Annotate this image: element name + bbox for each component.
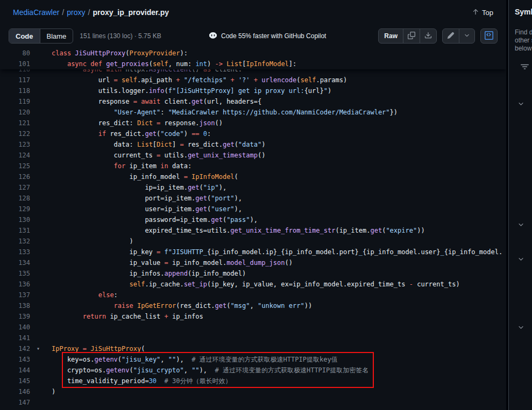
line-number[interactable]: 142▾ xyxy=(0,343,30,354)
line-number[interactable]: 117 xyxy=(0,75,30,85)
pencil-icon xyxy=(447,32,455,41)
code-line-content: return ip_cache_list + ip_infos xyxy=(30,311,203,322)
code-line: 146) xyxy=(0,386,506,397)
code-line-content: class JiSuHttpProxy(ProxyProvider): xyxy=(30,48,188,59)
symbols-description-line: below xyxy=(515,45,532,53)
breadcrumb-separator: / xyxy=(62,8,64,17)
line-number[interactable]: 122 xyxy=(0,128,30,139)
line-number[interactable]: 119 xyxy=(0,96,30,107)
line-number[interactable]: 144 xyxy=(0,365,30,376)
line-number[interactable]: 140 xyxy=(0,322,30,333)
line-number[interactable]: 139 xyxy=(0,311,30,322)
code-line: 131 expired_time_ts=utils.get_unix_time_… xyxy=(0,225,506,236)
line-number[interactable]: 101 xyxy=(0,59,30,69)
line-number[interactable]: 132 xyxy=(0,236,30,247)
raw-button[interactable]: Raw xyxy=(379,29,403,43)
code-line: 136 self.ip_cache.set_ip(ip_key, ip_valu… xyxy=(0,279,506,290)
copy-icon xyxy=(408,32,415,41)
symbols-panel-toggle[interactable] xyxy=(480,28,498,44)
edit-dropdown-button[interactable] xyxy=(459,29,474,43)
code-line-content: response = await client.get(url, headers… xyxy=(30,96,261,107)
code-line: 126 ip_info_model = IpInfoModel( xyxy=(0,171,506,182)
symbol-chevron-down-icon[interactable] xyxy=(517,221,524,231)
symbol-chevron-down-icon[interactable] xyxy=(517,100,524,110)
code-line-content: ip_key = f"JISUHTTP_{ip_info_model.ip}_{… xyxy=(30,247,502,257)
code-line-content: "User-Agent": "MediaCrawler https://gith… xyxy=(30,107,398,118)
code-line: 101 async def get_proxies(self, num: int… xyxy=(0,59,506,69)
file-header: MediaCrawler / proxy / proxy_ip_provider… xyxy=(0,0,506,25)
line-number[interactable]: 133 xyxy=(0,247,30,257)
code-line: 129 user=ip_item.get("user"), xyxy=(0,204,506,214)
line-number[interactable]: 120 xyxy=(0,107,30,118)
code-line-content: url = self.api_path + "/fetchips" + '?' … xyxy=(30,75,347,85)
filter-icon[interactable] xyxy=(521,63,529,73)
code-line: 144 crypto=os.getenv("jisu_crypto", ""),… xyxy=(0,365,506,376)
code-line: 80class JiSuHttpProxy(ProxyProvider): xyxy=(0,48,506,59)
line-number[interactable]: 118 xyxy=(0,85,30,96)
edit-group xyxy=(442,28,475,44)
line-number[interactable]: 126 xyxy=(0,171,30,182)
line-number[interactable]: 129 xyxy=(0,204,30,214)
line-number[interactable]: 124 xyxy=(0,150,30,161)
line-number[interactable]: 134 xyxy=(0,257,30,268)
code-line-content: ip=ip_item.get("ip"), xyxy=(30,182,226,193)
code-line: 128 port=ip_item.get("port"), xyxy=(0,193,506,204)
code-line-content: time_validity_period=30 # 30分钟（最长时效） xyxy=(30,376,231,386)
back-to-top-link[interactable]: Top xyxy=(472,8,493,17)
line-number[interactable]: 146 xyxy=(0,386,30,397)
line-number[interactable]: 121 xyxy=(0,118,30,128)
symbols-description: Find definitions and references for func… xyxy=(515,28,532,53)
code-line: 133 ip_key = f"JISUHTTP_{ip_info_model.i… xyxy=(0,247,506,257)
symbol-chevron-down-icon[interactable] xyxy=(517,255,524,265)
code-line: 123 data: List[Dict] = res_dict.get("dat… xyxy=(0,139,506,150)
line-number[interactable]: 141 xyxy=(0,333,30,343)
code-line-content: else: xyxy=(30,290,118,300)
code-line-content: utils.logger.info(f"[JiSuHttpProxy] get … xyxy=(30,85,331,96)
line-number[interactable]: 147 xyxy=(0,397,30,408)
code-line: 137 else: xyxy=(0,290,506,300)
code-line-content: res_dict: Dict = response.json() xyxy=(30,118,223,128)
code-lines: 116 async with httpx.AsyncClient() as cl… xyxy=(0,47,506,408)
file-toolbar: Code Blame 151 lines (130 loc) · 5.75 KB… xyxy=(0,25,506,47)
line-number[interactable]: 128 xyxy=(0,193,30,204)
code-line-content xyxy=(30,397,52,408)
code-line: 127 ip=ip_item.get("ip"), xyxy=(0,182,506,193)
line-number[interactable]: 130 xyxy=(0,214,30,225)
code-line-content: user=ip_item.get("user"), xyxy=(30,204,242,214)
breadcrumb-repo-link[interactable]: MediaCrawler xyxy=(13,8,59,17)
line-number[interactable]: 127 xyxy=(0,182,30,193)
code-line: 140 xyxy=(0,322,506,333)
code-line: 121 res_dict: Dict = response.json() xyxy=(0,118,506,128)
line-number[interactable]: 131 xyxy=(0,225,30,236)
code-line: 139 return ip_cache_list + ip_infos xyxy=(0,311,506,322)
code-line: 124 current_ts = utils.get_unix_timestam… xyxy=(0,150,506,161)
symbol-chevron-down-icon[interactable] xyxy=(517,323,524,333)
line-number[interactable]: 145 xyxy=(0,376,30,386)
line-number[interactable]: 143 xyxy=(0,354,30,365)
tab-blame[interactable]: Blame xyxy=(40,29,73,43)
code-line: 132 ) xyxy=(0,236,506,247)
chevron-down-icon xyxy=(464,32,470,40)
line-number[interactable]: 125 xyxy=(0,161,30,171)
code-line: 143 key=os.getenv("jisu_key", ""), # 通过环… xyxy=(0,354,506,365)
line-number[interactable]: 123 xyxy=(0,139,30,150)
copilot-banner-label: Code 55% faster with GitHub Copilot xyxy=(221,32,326,40)
copy-button[interactable] xyxy=(403,29,420,43)
code-line-content: async def get_proxies(self, num: int) ->… xyxy=(30,59,296,69)
line-number[interactable]: 135 xyxy=(0,268,30,279)
code-square-icon xyxy=(485,31,493,41)
download-button[interactable] xyxy=(420,29,436,43)
line-number[interactable]: 136 xyxy=(0,279,30,290)
breadcrumb-dir-link[interactable]: proxy xyxy=(67,8,85,17)
collapse-chevron-icon[interactable]: ▾ xyxy=(37,343,40,354)
code-line-content: expired_time_ts=utils.get_unix_time_from… xyxy=(30,225,425,236)
line-number[interactable]: 80 xyxy=(0,48,30,59)
code-editor: 116 async with httpx.AsyncClient() as cl… xyxy=(0,47,506,410)
copilot-banner[interactable]: Code 55% faster with GitHub Copilot xyxy=(209,31,326,41)
edit-button[interactable] xyxy=(443,29,459,43)
tab-code[interactable]: Code xyxy=(9,29,40,43)
code-line-content: ip_info_model = IpInfoModel( xyxy=(30,171,238,182)
line-number[interactable]: 137 xyxy=(0,290,30,300)
line-number[interactable]: 138 xyxy=(0,300,30,311)
code-line: 122 if res_dict.get("code") == 0: xyxy=(0,128,506,139)
